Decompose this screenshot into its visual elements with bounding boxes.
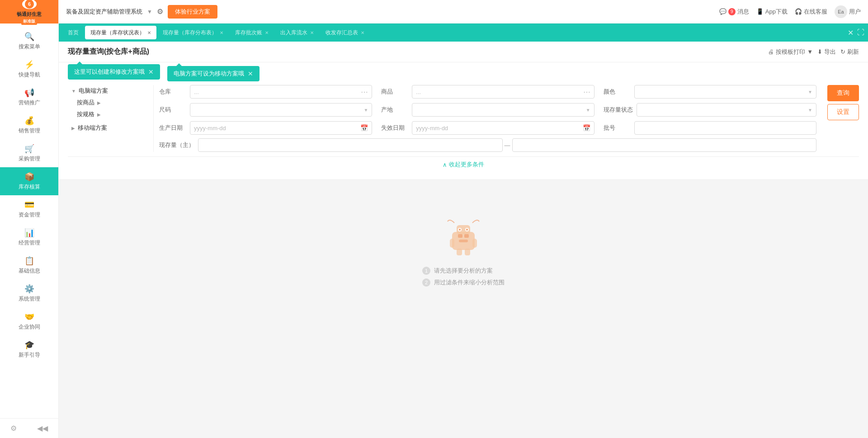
tooltip-create-close[interactable]: ✕ bbox=[148, 68, 154, 75]
collapse-btn[interactable]: ∧ 收起更多条件 bbox=[443, 160, 484, 169]
reset-button[interactable]: 设置 bbox=[827, 104, 859, 120]
app-download-item[interactable]: 📱 App下载 bbox=[756, 8, 788, 16]
filter-row-color: 颜色 ▼ bbox=[604, 85, 816, 99]
tab-inout-flow-label: 出入库流水 bbox=[280, 29, 307, 37]
tab-inout-flow[interactable]: 出入库流水 ✕ bbox=[275, 26, 319, 39]
svg-text:6: 6 bbox=[28, 1, 30, 7]
sidebar-item-marketing[interactable]: 📢 营销推广 bbox=[0, 83, 58, 111]
prod-date-calendar-icon[interactable]: 📅 bbox=[360, 124, 368, 132]
print-icon: 🖨 bbox=[768, 48, 774, 55]
tab-batch-account[interactable]: 库存批次账 ✕ bbox=[230, 26, 274, 39]
tab-inout-flow-close[interactable]: ✕ bbox=[310, 30, 314, 35]
tooltip-pc-close[interactable]: ✕ bbox=[248, 70, 253, 77]
size-select[interactable]: ▼ bbox=[190, 103, 372, 117]
tab-summary-close[interactable]: ✕ bbox=[361, 30, 364, 35]
sidebar-item-system[interactable]: ⚙️ 系统管理 bbox=[0, 279, 58, 307]
search-button[interactable]: 查询 bbox=[827, 85, 859, 101]
sidebar-item-basic[interactable]: 📋 基础信息 bbox=[0, 251, 58, 279]
scheme-pc-label: 电脑端方案 bbox=[79, 87, 144, 95]
color-select[interactable]: ▼ bbox=[634, 85, 816, 99]
stock-status-select[interactable]: ▼ bbox=[637, 103, 816, 117]
app-logo: 6 畅通好生意 标准版 bbox=[0, 0, 58, 24]
tab-summary-label: 收发存汇总表 bbox=[326, 29, 358, 37]
app-download-label: App下载 bbox=[765, 8, 788, 16]
svg-rect-11 bbox=[450, 239, 454, 248]
tab-inventory-distribution[interactable]: 现存量（库存分布表） ✕ bbox=[157, 26, 229, 39]
svg-point-7 bbox=[466, 229, 468, 231]
scheme-item-spec[interactable]: 按规格 ▶ bbox=[68, 108, 148, 120]
query-actions: 查询 设置 bbox=[827, 85, 859, 152]
refresh-icon: ↻ bbox=[840, 48, 845, 55]
print-btn[interactable]: 🖨 按模板打印 ▼ bbox=[768, 48, 813, 56]
sidebar-item-label-inventory: 库存核算 bbox=[19, 183, 40, 191]
sidebar-item-label-finance: 资金管理 bbox=[19, 211, 40, 219]
online-support-item[interactable]: 🎧 在线客服 bbox=[795, 8, 827, 16]
sidebar-item-label-search: 搜索菜单 bbox=[19, 43, 40, 51]
guide-icon: 🎓 bbox=[24, 340, 34, 350]
stock-status-label: 现存量状态 bbox=[604, 106, 633, 114]
search-icon: 🔍 bbox=[24, 32, 34, 42]
filter-more-row: 现存量（主） — bbox=[159, 138, 816, 152]
page-title-bar: 现存量查询(按仓库+商品) 🖨 按模板打印 ▼ ⬇ 导出 ↻ 刷新 bbox=[59, 42, 868, 62]
sidebar-nav: 🔍 搜索菜单 ⚡ 快捷导航 📢 营销推广 💰 销售管理 🛒 采购管理 📦 库存核… bbox=[0, 24, 58, 418]
empty-tips: 1 请先选择要分析的方案 2 用过滤条件来缩小分析范围 bbox=[422, 267, 505, 287]
settings-footer-btn[interactable]: ⚙ bbox=[9, 422, 19, 434]
svg-rect-8 bbox=[458, 234, 462, 238]
prod-date-placeholder: yyyy-mm-dd bbox=[194, 125, 226, 132]
tab-home[interactable]: 首页 bbox=[62, 26, 84, 39]
tab-inventory-distribution-close[interactable]: ✕ bbox=[220, 30, 223, 35]
filter-grid: 仓库 ... ⋯ 商品 ... ⋯ bbox=[159, 85, 816, 135]
topbar: 装备及固定资产辅助管理系统 ▼ ⚙ 体验行业方案 💬 9 消息 📱 App下载 … bbox=[59, 0, 868, 24]
collapse-label: 收起更多条件 bbox=[449, 160, 484, 169]
filter-section: 这里可以创建和修改方案哦 ✕ ▼ 电脑端方案 按商品 ▶ 按规格 ▶ bbox=[68, 85, 859, 152]
message-item[interactable]: 💬 9 消息 bbox=[719, 8, 749, 16]
batch-input[interactable] bbox=[634, 121, 816, 135]
system-dropdown-arrow[interactable]: ▼ bbox=[147, 9, 152, 15]
prod-date-label: 生产日期 bbox=[159, 124, 186, 132]
tabs-expand-icon[interactable]: ⛶ bbox=[857, 28, 864, 37]
industry-plan-button[interactable]: 体验行业方案 bbox=[168, 5, 217, 19]
sidebar-item-search[interactable]: 🔍 搜索菜单 bbox=[0, 27, 58, 55]
stock-qty-max[interactable] bbox=[512, 138, 817, 152]
tab-inventory-status[interactable]: 现存量（库存状况表） ✕ bbox=[85, 26, 156, 39]
sidebar-item-quicknav[interactable]: ⚡ 快捷导航 bbox=[0, 55, 58, 83]
scheme-item-product[interactable]: 按商品 ▶ bbox=[68, 97, 148, 108]
export-icon: ⬇ bbox=[817, 48, 822, 55]
sidebar-item-management[interactable]: 📊 经营管理 bbox=[0, 223, 58, 251]
expiry-date-input[interactable]: yyyy-mm-dd 📅 bbox=[412, 121, 594, 135]
tab-batch-account-close[interactable]: ✕ bbox=[265, 30, 269, 35]
sidebar-item-inventory[interactable]: 📦 库存核算 bbox=[0, 167, 58, 195]
expiry-date-calendar-icon[interactable]: 📅 bbox=[583, 124, 590, 132]
empty-state: 1 请先选择要分析的方案 2 用过滤条件来缩小分析范围 bbox=[59, 180, 868, 323]
svg-rect-9 bbox=[464, 234, 469, 238]
tabs-close-all-icon[interactable]: ✕ bbox=[848, 28, 854, 37]
sidebar-item-finance[interactable]: 💳 资金管理 bbox=[0, 195, 58, 223]
purchase-icon: 🛒 bbox=[24, 144, 34, 154]
user-item[interactable]: Ea 用户 bbox=[835, 5, 861, 18]
sidebar-item-label-quicknav: 快捷导航 bbox=[19, 71, 40, 79]
sidebar-item-guide[interactable]: 🎓 新手引导 bbox=[0, 335, 58, 363]
topbar-right: 💬 9 消息 📱 App下载 🎧 在线客服 Ea 用户 bbox=[719, 5, 861, 18]
prod-date-input[interactable]: yyyy-mm-dd 📅 bbox=[190, 121, 372, 135]
sidebar-item-purchase[interactable]: 🛒 采购管理 bbox=[0, 139, 58, 167]
empty-tip-1: 1 请先选择要分析的方案 bbox=[422, 267, 505, 275]
export-btn[interactable]: ⬇ 导出 bbox=[817, 48, 836, 56]
scheme-mobile-arrow: ▶ bbox=[71, 126, 75, 131]
app-name: 畅通好生意 bbox=[17, 11, 42, 18]
origin-select[interactable]: ▼ bbox=[412, 103, 594, 117]
sidebar-item-sales[interactable]: 💰 销售管理 bbox=[0, 111, 58, 139]
stock-qty-range: — bbox=[198, 138, 816, 152]
warehouse-select[interactable]: ... ⋯ bbox=[190, 85, 372, 99]
tab-summary[interactable]: 收发存汇总表 ✕ bbox=[320, 26, 370, 39]
management-icon: 📊 bbox=[24, 228, 34, 238]
sidebar-item-enterprise[interactable]: 🤝 企业协同 bbox=[0, 307, 58, 335]
refresh-btn[interactable]: ↻ 刷新 bbox=[840, 48, 859, 56]
svg-rect-13 bbox=[457, 249, 462, 255]
stock-qty-min[interactable] bbox=[198, 138, 503, 152]
color-arrow: ▼ bbox=[808, 89, 812, 94]
topbar-settings-icon[interactable]: ⚙ bbox=[157, 7, 163, 16]
product-select[interactable]: ... ⋯ bbox=[412, 85, 594, 99]
collapse-sidebar-btn[interactable]: ◀◀ bbox=[35, 422, 50, 434]
tab-inventory-status-close[interactable]: ✕ bbox=[147, 30, 151, 35]
sidebar-item-label-marketing: 营销推广 bbox=[19, 99, 40, 107]
